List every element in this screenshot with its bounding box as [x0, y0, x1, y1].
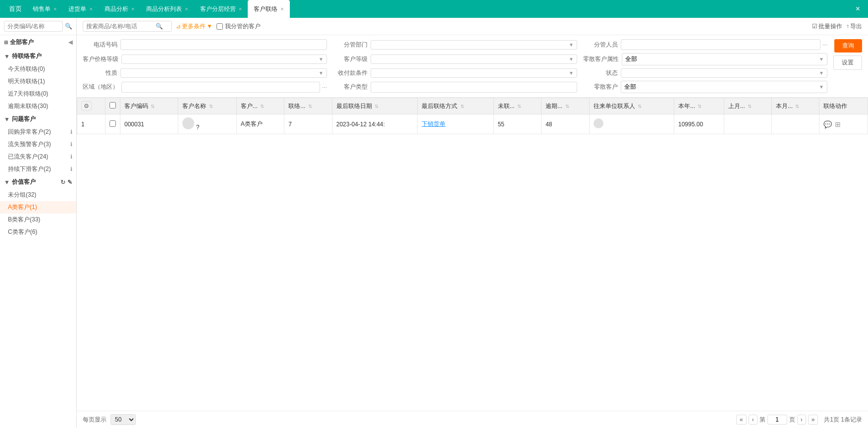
phone-input[interactable]: [120, 39, 327, 50]
sort-icon-last-method[interactable]: ⇅: [460, 104, 464, 109]
my-customers-checkbox[interactable]: 我分管的客户: [217, 22, 261, 31]
prev-page-btn[interactable]: ‹: [749, 415, 758, 425]
row-uncontacted: 55: [493, 114, 541, 134]
nav-tab-customer-contact[interactable]: 客户联络 ×: [248, 0, 289, 18]
chevron-down-icon-4: ▼: [819, 56, 824, 62]
batch-operation-btn[interactable]: ☑ 批量操作: [812, 22, 842, 31]
area-input[interactable]: [121, 82, 320, 93]
filter-search-box[interactable]: 🔍: [83, 21, 172, 32]
close-tab-purchase[interactable]: ×: [89, 6, 92, 12]
sort-icon-contact[interactable]: ⇅: [308, 104, 312, 109]
sidebar-search-icon[interactable]: 🔍: [65, 23, 72, 30]
sort-icon-this-month[interactable]: ⇅: [795, 104, 799, 109]
select-all-checkbox[interactable]: [109, 102, 116, 108]
more-conditions-btn[interactable]: ⊿ 更多条件 ▼: [176, 22, 213, 31]
sort-icon-uncontacted[interactable]: ⇅: [517, 104, 521, 109]
close-tab-customer-segment[interactable]: ×: [239, 6, 242, 12]
next-page-btn[interactable]: ›: [797, 415, 806, 425]
filter-payment: 收付款条件 ▼: [333, 68, 577, 78]
row-name: ?: [178, 114, 236, 134]
my-customers-check[interactable]: [217, 23, 223, 30]
dept-select[interactable]: ▼: [371, 40, 577, 50]
nav-tab-product-analysis[interactable]: 商品分析 ×: [99, 0, 140, 18]
page-unit: 页: [789, 416, 795, 424]
retail-attr-select[interactable]: 全部 ▼: [622, 53, 827, 65]
page-number-input[interactable]: [767, 415, 787, 425]
close-tab-product-analysis[interactable]: ×: [131, 6, 134, 12]
nav-home[interactable]: 首页: [4, 0, 27, 18]
edit-icon[interactable]: ✎: [67, 179, 72, 186]
col-checkbox: [105, 98, 120, 114]
contact-person-avatar: [594, 118, 603, 128]
filter-row-2: 客户价格等级 ▼ 客户等级 ▼: [83, 53, 827, 65]
area-dots-btn[interactable]: ···: [322, 84, 327, 91]
arrow-icon-3: ▼: [4, 179, 10, 186]
sidebar-item-churn-warning[interactable]: 流失预警客户(3) ℹ: [0, 138, 76, 151]
sidebar-item-ungroup[interactable]: 未分组(32): [0, 189, 76, 201]
refresh-icon[interactable]: ↻: [60, 179, 65, 186]
gear-settings-btn[interactable]: ⚙: [81, 101, 92, 111]
sidebar-item-c-class[interactable]: C类客户(6): [0, 226, 76, 238]
payment-select[interactable]: ▼: [371, 68, 577, 78]
sort-icon-last-month[interactable]: ⇅: [748, 104, 752, 109]
row-actions: 💬 ⊞: [819, 114, 868, 134]
advanced-filter-panel: 电话号码 分管部门 ▼ 分管人员: [77, 35, 868, 98]
chat-icon[interactable]: 💬: [823, 120, 832, 128]
row-overdue: 48: [542, 114, 589, 134]
export-btn[interactable]: ↑ 导出: [846, 22, 862, 31]
sidebar-item-a-class[interactable]: A类客户(1): [0, 201, 76, 214]
sidebar-item-declining[interactable]: 持续下滑客户(2) ℹ: [0, 163, 76, 175]
chevron-down-icon-7: ▼: [819, 70, 824, 76]
close-tab-product-analysis-list[interactable]: ×: [185, 6, 188, 12]
status-select[interactable]: ▼: [621, 68, 827, 78]
sort-icon-type[interactable]: ⇅: [260, 104, 264, 109]
sort-icon-contact-person[interactable]: ⇅: [638, 104, 642, 109]
close-tab-sales[interactable]: ×: [54, 6, 56, 12]
nav-tab-product-analysis-list[interactable]: 商品分析列表 ×: [140, 0, 194, 18]
sort-icon-overdue[interactable]: ⇅: [565, 104, 569, 109]
customer-type-input[interactable]: [371, 82, 577, 93]
sidebar-item-overdue[interactable]: 逾期未联络(30): [0, 100, 76, 112]
settings-button[interactable]: 设置: [833, 55, 862, 70]
sidebar-item-today[interactable]: 今天待联络(0): [0, 63, 76, 75]
row-checkbox[interactable]: [109, 120, 116, 127]
close-all-btn[interactable]: ×: [852, 4, 864, 13]
page-size-select[interactable]: 50 20 100: [110, 414, 136, 425]
filter-person: 分管人员 ···: [583, 39, 827, 50]
first-page-btn[interactable]: «: [736, 415, 747, 425]
sort-icon-last-date[interactable]: ⇅: [375, 104, 379, 109]
chevron-down-icon-5: ▼: [319, 70, 324, 76]
sort-icon-name[interactable]: ⇅: [209, 104, 213, 109]
col-gear: ⚙: [77, 98, 106, 114]
value-header-icons: ↻ ✎: [60, 179, 72, 186]
sidebar-item-abnormal[interactable]: 回购异常客户(2) ℹ: [0, 126, 76, 138]
retail-select[interactable]: 全部 ▼: [621, 81, 827, 93]
person-dots-btn[interactable]: ···: [822, 41, 827, 48]
nav-tab-customer-segment[interactable]: 客户分层经营 ×: [194, 0, 248, 18]
sidebar-all-customers[interactable]: ⊞ 全部客户 ◀: [0, 35, 76, 50]
chevron-down-icon-8: ▼: [819, 84, 824, 90]
price-level-select[interactable]: ▼: [121, 54, 327, 64]
filter-price-level: 客户价格等级 ▼: [83, 54, 327, 64]
sort-icon-code[interactable]: ⇅: [151, 104, 155, 109]
nature-select[interactable]: ▼: [120, 68, 327, 78]
query-button[interactable]: 查询: [834, 39, 862, 53]
data-table: ⚙ 客户编码 ⇅ 客户名称 ⇅: [77, 98, 868, 134]
export-icon: ↑: [846, 23, 849, 30]
close-tab-customer-contact[interactable]: ×: [280, 6, 283, 12]
person-input[interactable]: [621, 39, 820, 50]
sidebar-item-churned[interactable]: 已流失客户(24) ℹ: [0, 151, 76, 163]
last-page-btn[interactable]: »: [808, 415, 818, 425]
sidebar-item-tomorrow[interactable]: 明天待联络(1): [0, 75, 76, 88]
sidebar-search-input[interactable]: [4, 21, 63, 32]
sidebar-item-7days[interactable]: 近7天待联络(0): [0, 88, 76, 100]
sort-icon-year[interactable]: ⇅: [698, 104, 702, 109]
sidebar-item-b-class[interactable]: B类客户(33): [0, 214, 76, 226]
filter-search-input[interactable]: [86, 23, 156, 30]
qrcode-icon[interactable]: ⊞: [835, 120, 841, 128]
nav-tab-sales[interactable]: 销售单 ×: [27, 0, 62, 18]
info-icon-churn: ℹ: [70, 141, 72, 148]
customer-level-select[interactable]: ▼: [371, 54, 577, 64]
nav-tab-purchase[interactable]: 进货单 ×: [62, 0, 98, 18]
last-contact-method-link[interactable]: 下销货单: [422, 120, 445, 127]
